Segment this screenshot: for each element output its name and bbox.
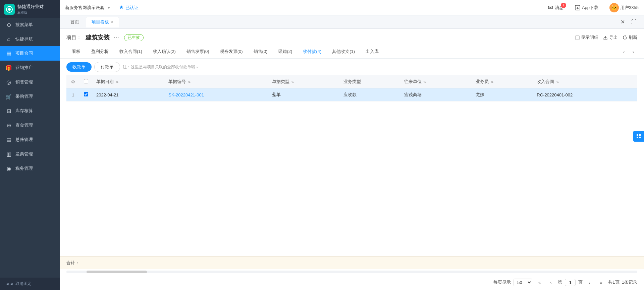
sidebar-item-ledger-mgmt[interactable]: ▤ 总账管理 (0, 133, 60, 147)
sort-date-icon: ⇅ (116, 80, 118, 84)
row-number-link[interactable]: SK-20220421-001 (168, 92, 204, 97)
page-last-button[interactable]: » (597, 278, 605, 287)
sort-company-icon: ⇅ (423, 80, 426, 84)
subtab-income-contract[interactable]: 收入合同(1) (114, 45, 148, 59)
col-number[interactable]: 单据编号 ⇅ (164, 75, 268, 88)
tab-close-icon[interactable]: × (111, 20, 113, 24)
scrollbar-thumb[interactable] (87, 271, 147, 273)
row-date: 2022-04-21 (92, 88, 164, 101)
sort-salesman-icon: ⇅ (491, 80, 493, 84)
project-more-button[interactable]: ··· (114, 34, 120, 41)
page-first-button[interactable]: « (535, 278, 544, 287)
show-detail-checkbox[interactable] (575, 35, 580, 40)
page-number-input[interactable] (565, 279, 576, 286)
page-prev-button[interactable]: ‹ (546, 278, 555, 287)
unpin-icon: ◄◄ (5, 282, 13, 286)
marketing-icon: 🎁 (5, 65, 12, 71)
sidebar: 畅捷通好业财 标准版 ⊙ 搜索菜单 ⌂ 快捷导航 ▤ 项目合同 🎁 营销推广 ◎… (0, 0, 60, 290)
per-page-select[interactable]: 50 10 20 100 (514, 279, 532, 286)
payment-in-button[interactable]: 收款单 (66, 62, 92, 72)
subtab-inout-warehouse[interactable]: 出入库 (360, 45, 384, 59)
subtab-other-income[interactable]: 其他收支(1) (327, 45, 360, 59)
search-icon: ⊙ (5, 22, 12, 28)
subtab-tax-invoice[interactable]: 税务发票(0) (215, 45, 248, 59)
sidebar-item-invoice-mgmt[interactable]: ▥ 发票管理 (0, 147, 60, 161)
user-menu-button[interactable]: 🐱 用户3355 (609, 3, 639, 12)
row-select-checkbox[interactable] (84, 92, 88, 96)
sidebar-item-quick-nav[interactable]: ⌂ 快捷导航 (0, 32, 60, 46)
col-type[interactable]: 单据类型 ⇅ (268, 75, 339, 88)
select-all-checkbox[interactable] (84, 79, 88, 83)
col-company[interactable]: 往来单位 ⇅ (400, 75, 472, 88)
sort-contract-icon: ⇅ (556, 80, 559, 84)
messages-button[interactable]: 消息 1 (547, 5, 564, 11)
pagination: 每页显示 50 10 20 100 « ‹ 第 页 › (60, 275, 644, 290)
app-logo (4, 4, 15, 15)
col-date[interactable]: 单据日期 ⇅ (92, 75, 164, 88)
table-row[interactable]: 1 2022-04-21 SK-20220421-001 蓝单 应收款 宏茂商场 (66, 88, 637, 101)
window-close-button[interactable]: ✕ (618, 17, 627, 27)
sidebar-item-tax-mgmt[interactable]: ◉ 税务管理 (0, 161, 60, 176)
subtab-income-confirm[interactable]: 收入确认(2) (148, 45, 181, 59)
sort-number-icon: ⇅ (188, 80, 191, 84)
float-action-button[interactable] (633, 131, 644, 142)
row-num: 1 (66, 88, 80, 101)
row-biz-type: 应收款 (339, 88, 400, 101)
app-edition: 标准版 (17, 10, 44, 15)
sidebar-item-label: 营销推广 (15, 65, 33, 71)
sidebar-item-inventory[interactable]: ⊞ 库存核算 (0, 104, 60, 118)
next-page-icon: › (589, 280, 590, 285)
sidebar-item-capital-mgmt[interactable]: ⊛ 资金管理 (0, 118, 60, 133)
subtab-purchase[interactable]: 采购(2) (273, 45, 298, 59)
col-checkbox (80, 75, 92, 88)
topbar-left: 新服务官网演示账套 ▼ 已认证 (65, 5, 544, 11)
unpin-label: 取消固定 (15, 281, 32, 287)
sidebar-item-sales-mgmt[interactable]: ◎ 销售管理 (0, 75, 60, 89)
user-label: 用户3355 (620, 5, 639, 11)
col-income-contract[interactable]: 收入合同 ⇅ (533, 75, 637, 88)
main-area: 新服务官网演示账套 ▼ 已认证 消息 1 (60, 0, 644, 290)
subtab-next-button[interactable]: › (629, 48, 637, 56)
subtab-receipt-payment[interactable]: 收付款(4) (298, 45, 327, 59)
sidebar-item-label: 发票管理 (15, 151, 33, 157)
settings-icon[interactable]: ⚙ (71, 79, 75, 84)
page-prefix-label: 第 (558, 279, 562, 285)
sidebar-item-label: 搜索菜单 (15, 22, 33, 28)
sidebar-item-search[interactable]: ⊙ 搜索菜单 (0, 18, 60, 32)
tab-home[interactable]: 首页 (65, 17, 85, 27)
sidebar-item-purchase-mgmt[interactable]: 🛒 采购管理 (0, 89, 60, 104)
col-salesman[interactable]: 业务员 ⇅ (472, 75, 533, 88)
subtab-sales-invoice[interactable]: 销售发票(0) (181, 45, 215, 59)
unpin-button[interactable]: ◄◄ 取消固定 (0, 278, 60, 290)
horizontal-scrollbar[interactable] (60, 269, 644, 275)
col-settings[interactable]: ⚙ (66, 75, 80, 88)
scrollbar-track (66, 271, 637, 273)
topbar-right: 消息 1 App下载 🐱 用户3355 (547, 3, 639, 12)
sidebar-item-marketing[interactable]: 🎁 营销推广 (0, 61, 60, 75)
row-checkbox[interactable] (80, 88, 92, 101)
subtab-kanban[interactable]: 看板 (66, 45, 86, 59)
payment-out-button[interactable]: 付款单 (94, 62, 120, 72)
row-company: 宏茂商场 (400, 88, 472, 101)
sidebar-item-project-contract[interactable]: ▤ 项目合同 (0, 46, 60, 61)
window-maximize-button[interactable]: ⛶ (629, 17, 639, 27)
subtab-profit[interactable]: 盈利分析 (86, 45, 114, 59)
refresh-button[interactable]: 刷新 (623, 34, 637, 41)
tab-project-board[interactable]: 项目看板 × (86, 17, 119, 27)
data-table: ⚙ 单据日期 ⇅ 单据编号 ⇅ (66, 75, 637, 101)
subtab-sales[interactable]: 销售(0) (248, 45, 273, 59)
subtab-prev-button[interactable]: ‹ (620, 48, 628, 56)
export-button[interactable]: 导出 (603, 34, 618, 41)
project-icon: ▤ (5, 50, 12, 57)
svg-rect-6 (637, 137, 638, 138)
tab-home-label: 首页 (70, 19, 79, 25)
divider (569, 4, 569, 11)
table-header-row: ⚙ 单据日期 ⇅ 单据编号 ⇅ (66, 75, 637, 88)
page-next-button[interactable]: › (585, 278, 594, 287)
certified-text: 已认证 (125, 5, 139, 11)
account-dropdown-icon[interactable]: ▼ (107, 6, 111, 10)
total-info: 共1页, 1条记录 (608, 279, 637, 285)
app-download-button[interactable]: App下载 (575, 5, 598, 11)
show-detail-action[interactable]: 显示明细 (575, 34, 598, 41)
row-number[interactable]: SK-20220421-001 (164, 88, 268, 101)
